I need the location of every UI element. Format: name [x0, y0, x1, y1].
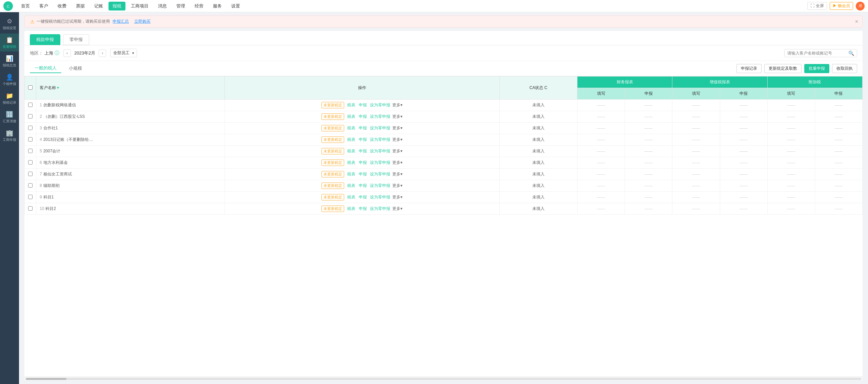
notice-link-buy[interactable]: 立即购买: [134, 19, 151, 24]
action-more[interactable]: 更多▾: [392, 126, 402, 130]
action-set-zero[interactable]: 设为零申报: [370, 137, 390, 142]
nav-item-invoice[interactable]: 票据: [72, 2, 89, 10]
horizontal-scrollbar[interactable]: [24, 377, 863, 381]
sidebar-item-tax-overview[interactable]: 📊 报税总览: [0, 52, 19, 70]
action-tax-form[interactable]: 税表: [347, 114, 355, 119]
row-col-2: ——: [672, 146, 720, 157]
row-checkbox[interactable]: [28, 195, 33, 199]
batch-declare-button[interactable]: 批量申报: [804, 64, 829, 73]
row-checkbox[interactable]: [28, 183, 33, 188]
upgrade-button[interactable]: ▶ 畅会员: [830, 2, 853, 10]
nav-item-fee[interactable]: 收费: [54, 2, 71, 10]
period-next-button[interactable]: ›: [99, 49, 106, 57]
update-stats-button[interactable]: 更新统定及取数: [764, 64, 802, 73]
sidebar-item-biz-annual[interactable]: 🏢 工商年报: [0, 127, 19, 145]
action-declare[interactable]: 申报: [359, 103, 367, 107]
fullscreen-button[interactable]: ⛶ 全屏: [807, 2, 827, 10]
nav-item-bookkeeping[interactable]: 记账: [90, 2, 107, 10]
action-declare[interactable]: 申报: [359, 149, 367, 153]
subtab-small-scale[interactable]: 小规模: [64, 64, 87, 73]
action-set-zero[interactable]: 设为零申报: [370, 172, 390, 176]
nav-item-admin[interactable]: 管理: [172, 2, 189, 10]
nav-item-settings[interactable]: 设置: [227, 2, 244, 10]
tab-zero-declare[interactable]: 零申报: [63, 34, 89, 45]
client-name-text: 合作社1: [43, 126, 58, 130]
action-set-zero[interactable]: 设为零申报: [370, 206, 390, 211]
action-more[interactable]: 更多▾: [392, 195, 402, 199]
action-set-zero[interactable]: 设为零申报: [370, 160, 390, 165]
action-declare[interactable]: 申报: [359, 195, 367, 199]
action-set-zero[interactable]: 设为零申报: [370, 195, 390, 199]
row-ca-status: 未填入: [499, 192, 577, 203]
nav-item-operation[interactable]: 经营: [191, 2, 208, 10]
sidebar-item-personal-tax[interactable]: 👤 个税申报: [0, 71, 19, 89]
action-more[interactable]: 更多▾: [392, 149, 402, 153]
action-tax-form[interactable]: 税表: [347, 149, 355, 153]
row-col-0: ——: [577, 180, 625, 192]
action-set-zero[interactable]: 设为零申报: [370, 103, 390, 107]
action-declare[interactable]: 申报: [359, 137, 367, 142]
action-tax-form[interactable]: 税表: [347, 137, 355, 142]
period-prev-button[interactable]: ‹: [63, 49, 71, 57]
retrieve-button[interactable]: 收取回执: [832, 64, 857, 73]
action-tax-form[interactable]: 税表: [347, 172, 355, 176]
row-client-name: 42013日记账（不要删除给…: [36, 134, 225, 146]
nav-item-client[interactable]: 客户: [35, 2, 52, 10]
row-col-4: ——: [767, 180, 815, 192]
action-more[interactable]: 更多▾: [392, 160, 402, 165]
action-declare[interactable]: 申报: [359, 126, 367, 130]
notice-close-button[interactable]: ×: [855, 19, 858, 25]
action-tax-form[interactable]: 税表: [347, 195, 355, 199]
info-icon[interactable]: ⓘ: [55, 50, 59, 56]
subtab-general-taxpayer[interactable]: 一般的税人: [30, 64, 61, 73]
action-declare[interactable]: 申报: [359, 172, 367, 176]
row-checkbox[interactable]: [28, 160, 33, 165]
sidebar-item-batch-tax[interactable]: 📋 批量报税: [0, 34, 19, 51]
action-declare[interactable]: 申报: [359, 206, 367, 211]
search-icon[interactable]: 🔍: [848, 50, 854, 56]
sidebar-item-calc-clear[interactable]: 🔢 汇算清缴: [0, 108, 19, 126]
row-operations: 未更新税定 税表 申报 设为零申报 更多▾: [224, 169, 499, 180]
action-more[interactable]: 更多▾: [392, 114, 402, 119]
nav-item-biz[interactable]: 工商项目: [127, 2, 153, 10]
row-col-5: ——: [815, 123, 862, 134]
action-tax-form[interactable]: 税表: [347, 206, 355, 211]
row-checkbox[interactable]: [28, 172, 33, 176]
action-more[interactable]: 更多▾: [392, 206, 402, 211]
sidebar-item-tax-settings[interactable]: ⚙ 报税设置: [0, 15, 19, 33]
action-more[interactable]: 更多▾: [392, 172, 402, 176]
select-all-checkbox[interactable]: [28, 85, 33, 90]
row-checkbox-cell: [25, 169, 36, 180]
tab-tax-declare[interactable]: 税款申报: [30, 34, 60, 45]
action-tax-form[interactable]: 税表: [347, 103, 355, 107]
action-declare[interactable]: 申报: [359, 183, 367, 188]
action-set-zero[interactable]: 设为零申报: [370, 114, 390, 119]
action-set-zero[interactable]: 设为零申报: [370, 149, 390, 153]
action-declare[interactable]: 申报: [359, 160, 367, 165]
action-set-zero[interactable]: 设为零申报: [370, 183, 390, 188]
row-checkbox[interactable]: [28, 149, 33, 153]
sidebar-item-tax-records[interactable]: 📁 报税记录: [0, 89, 19, 107]
action-tax-form[interactable]: 税表: [347, 160, 355, 165]
declare-records-button[interactable]: 申报记录: [736, 64, 762, 73]
row-checkbox[interactable]: [28, 126, 33, 130]
search-input[interactable]: [787, 51, 848, 56]
nav-item-home[interactable]: 首页: [17, 2, 34, 10]
action-declare[interactable]: 申报: [359, 114, 367, 119]
notice-link-summary[interactable]: 申报汇总: [113, 19, 129, 24]
row-checkbox[interactable]: [28, 103, 33, 107]
row-checkbox[interactable]: [28, 137, 33, 142]
department-select[interactable]: 全部员工 ▾: [110, 49, 137, 57]
action-more[interactable]: 更多▾: [392, 183, 402, 188]
row-checkbox[interactable]: [28, 114, 33, 119]
action-tax-form[interactable]: 税表: [347, 183, 355, 188]
row-checkbox[interactable]: [28, 206, 33, 211]
avatar: 用: [856, 2, 865, 10]
nav-item-service[interactable]: 服务: [209, 2, 226, 10]
action-set-zero[interactable]: 设为零申报: [370, 126, 390, 130]
action-more[interactable]: 更多▾: [392, 103, 402, 107]
nav-item-message[interactable]: 消息: [154, 2, 171, 10]
action-more[interactable]: 更多▾: [392, 137, 402, 142]
nav-item-tax[interactable]: 报税: [108, 2, 125, 10]
action-tax-form[interactable]: 税表: [347, 126, 355, 130]
